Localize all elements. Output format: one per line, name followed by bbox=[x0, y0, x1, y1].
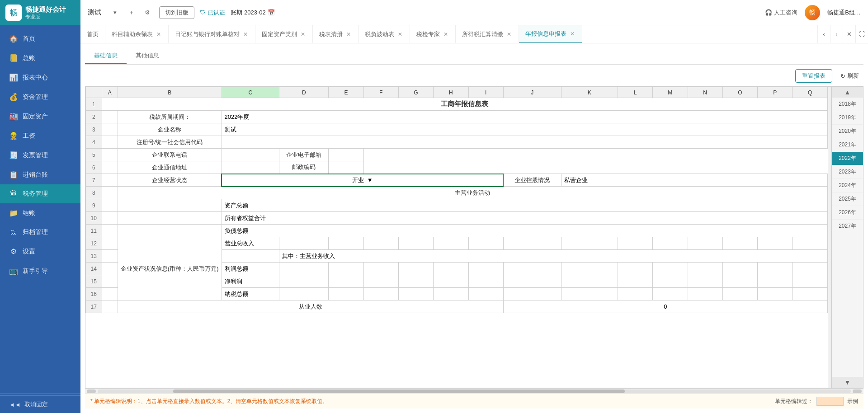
cell-17-B[interactable]: 从业人数 bbox=[118, 300, 503, 313]
cell-12-K[interactable] bbox=[561, 237, 618, 250]
cell-16-D[interactable] bbox=[279, 288, 329, 300]
cell-16-K[interactable] bbox=[561, 288, 618, 300]
cell-5-J[interactable]: 企业电子邮箱 bbox=[279, 149, 329, 161]
sidebar-item-进销台账[interactable]: 📋进销台账 bbox=[0, 165, 80, 184]
tab-nav-left-btn[interactable]: ‹ bbox=[817, 25, 830, 43]
cell-14-K[interactable] bbox=[561, 263, 618, 275]
cell-12-I[interactable] bbox=[468, 237, 503, 250]
project-dropdown-btn[interactable]: ▾ bbox=[108, 6, 121, 19]
cell-4-C[interactable] bbox=[222, 136, 827, 149]
cell-9-C[interactable]: 资产总额 bbox=[222, 199, 827, 212]
year-nav-up-btn[interactable]: ▲ bbox=[832, 87, 863, 98]
year-nav-down-btn[interactable]: ▼ bbox=[832, 377, 863, 388]
cell-16-L[interactable] bbox=[618, 288, 652, 300]
cell-6-J[interactable]: 邮政编码 bbox=[279, 161, 329, 174]
cell-11-C[interactable]: 负债总额 bbox=[222, 225, 827, 237]
tab-close-btn[interactable]: ✕ bbox=[443, 30, 449, 38]
cell-12-Q[interactable] bbox=[793, 237, 828, 250]
tab-税负波动表[interactable]: 税负波动表 ✕ bbox=[359, 25, 410, 43]
cell-15-M[interactable] bbox=[653, 275, 688, 288]
tab-close-btn[interactable]: ✕ bbox=[300, 30, 306, 38]
cell-15-O[interactable] bbox=[722, 275, 757, 288]
subtab-基础信息[interactable]: 基础信息 bbox=[85, 48, 127, 64]
cell-15-P[interactable] bbox=[758, 275, 793, 288]
year-item-2022年[interactable]: 2022年 bbox=[832, 152, 863, 165]
cell-15-H[interactable] bbox=[434, 275, 468, 288]
cell-15-K[interactable] bbox=[561, 275, 618, 288]
subtab-其他信息[interactable]: 其他信息 bbox=[127, 48, 168, 64]
cell-16-P[interactable] bbox=[758, 288, 793, 300]
cell-12-G[interactable] bbox=[398, 237, 433, 250]
cell-14-P[interactable] bbox=[758, 263, 793, 275]
tab-close-btn[interactable]: ✕ bbox=[156, 30, 162, 38]
cell-12-L[interactable] bbox=[618, 237, 652, 250]
cell-14-J[interactable] bbox=[503, 263, 561, 275]
cell-16-Q[interactable] bbox=[793, 288, 828, 300]
service-btn[interactable]: 🎧 人工咨询 bbox=[765, 9, 797, 17]
cell-10-C[interactable]: 所有者权益合计 bbox=[222, 212, 827, 225]
cell-4-B[interactable]: 注册号/统一社会信用代码 bbox=[118, 136, 222, 149]
cell-16-H[interactable] bbox=[434, 288, 468, 300]
tab-close-btn[interactable]: ✕ bbox=[506, 30, 512, 38]
cell-12-N[interactable] bbox=[688, 237, 722, 250]
year-item-2019年[interactable]: 2019年 bbox=[832, 111, 863, 125]
tab-所得税汇算清缴[interactable]: 所得税汇算清缴 ✕ bbox=[456, 25, 519, 43]
year-item-2021年[interactable]: 2021年 bbox=[832, 138, 863, 152]
cell-15-Q[interactable] bbox=[793, 275, 828, 288]
cell-15-F[interactable] bbox=[363, 275, 398, 288]
cell-14-Q[interactable] bbox=[793, 263, 828, 275]
sidebar-item-报表中心[interactable]: 📊报表中心 bbox=[0, 68, 80, 87]
cell-12-P[interactable] bbox=[758, 237, 793, 250]
sidebar-item-总账[interactable]: 📒总账 bbox=[0, 48, 80, 68]
year-item-2024年[interactable]: 2024年 bbox=[832, 179, 863, 192]
cell-8-B[interactable]: 主营业务活动 bbox=[118, 187, 827, 199]
sidebar-item-归档管理[interactable]: 🗂归档管理 bbox=[0, 223, 80, 242]
tab-税表清册[interactable]: 税表清册 ✕ bbox=[313, 25, 359, 43]
cell-12-H[interactable] bbox=[434, 237, 468, 250]
cell-14-H[interactable] bbox=[434, 263, 468, 275]
cell-14-F[interactable] bbox=[363, 263, 398, 275]
sidebar-item-资金管理[interactable]: 💰资金管理 bbox=[0, 87, 80, 107]
dropdown-arrow[interactable]: ▼ bbox=[367, 177, 373, 183]
sidebar-item-工资[interactable]: 👷工资 bbox=[0, 126, 80, 145]
cell-2-B[interactable]: 税款所属期间： bbox=[118, 111, 222, 123]
cell-14-I[interactable] bbox=[468, 263, 503, 275]
sidebar-item-设置[interactable]: ⚙设置 bbox=[0, 242, 80, 261]
cell-3-B[interactable]: 企业名称 bbox=[118, 123, 222, 136]
tab-日记账与银行对账单核对[interactable]: 日记账与银行对账单核对 ✕ bbox=[169, 25, 255, 43]
cell-14-E[interactable] bbox=[329, 263, 363, 275]
tab-固定资产类别[interactable]: 固定资产类别 ✕ bbox=[255, 25, 313, 43]
cell-14-M[interactable] bbox=[653, 263, 688, 275]
cell-14-D[interactable] bbox=[279, 263, 329, 275]
cell-15-N[interactable] bbox=[688, 275, 722, 288]
cell-14-N[interactable] bbox=[688, 263, 722, 275]
cell-14-L[interactable] bbox=[618, 263, 652, 275]
add-btn[interactable]: ＋ bbox=[125, 6, 137, 19]
cell-5-B[interactable]: 企业联系电话 bbox=[118, 149, 222, 161]
cell-16-I[interactable] bbox=[468, 288, 503, 300]
cell-6-B[interactable]: 企业通信地址 bbox=[118, 161, 222, 174]
cell-16-F[interactable] bbox=[363, 288, 398, 300]
tab-close-btn[interactable]: ✕ bbox=[345, 30, 352, 38]
sidebar-item-税务管理[interactable]: 🏛税务管理 bbox=[0, 184, 80, 203]
cell-16-J[interactable] bbox=[503, 288, 561, 300]
sidebar-item-首页[interactable]: 🏠首页 bbox=[0, 29, 80, 48]
cell-12-D[interactable] bbox=[279, 237, 329, 250]
tab-expand-btn[interactable]: ⛶ bbox=[855, 25, 868, 43]
cell-16-N[interactable] bbox=[688, 288, 722, 300]
cell-15-I[interactable] bbox=[468, 275, 503, 288]
sidebar-item-新手引导[interactable]: 📺新手引导 bbox=[0, 261, 80, 281]
sidebar-pin-btn[interactable]: ◄◄ 取消固定 bbox=[0, 395, 80, 413]
year-item-2025年[interactable]: 2025年 bbox=[832, 192, 863, 206]
tab-close-btn[interactable]: ✕ bbox=[242, 30, 249, 38]
cell-2-C[interactable]: 2022年度 bbox=[222, 111, 827, 123]
refresh-btn[interactable]: ↻ 刷新 bbox=[836, 70, 863, 82]
reset-report-btn[interactable]: 重置报表 bbox=[795, 69, 832, 83]
cell-12-J[interactable] bbox=[503, 237, 561, 250]
cell-7-C[interactable]: 开业 ▼ bbox=[222, 174, 503, 187]
tab-税检专家[interactable]: 税检专家 ✕ bbox=[410, 25, 456, 43]
cell-15-G[interactable] bbox=[398, 275, 433, 288]
cell-12-F[interactable] bbox=[363, 237, 398, 250]
cell-16-G[interactable] bbox=[398, 288, 433, 300]
switch-to-old-btn[interactable]: 切到旧版 bbox=[159, 6, 194, 19]
